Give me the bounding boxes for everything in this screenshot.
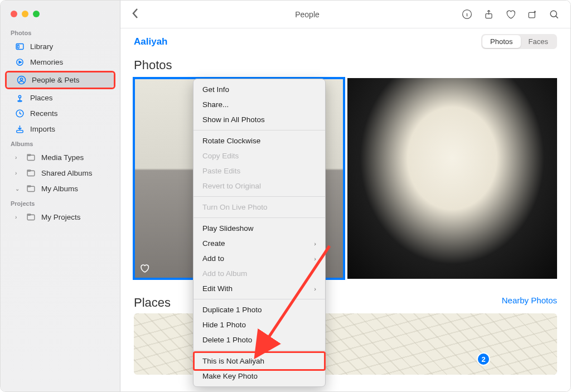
sidebar-item-label: My Projects bbox=[41, 213, 81, 221]
sidebar-item-imports[interactable]: Imports bbox=[5, 122, 115, 137]
svg-point-4 bbox=[20, 78, 22, 80]
chevron-right-icon: › bbox=[15, 214, 21, 220]
context-menu-item-label: Delete 1 Photo bbox=[202, 336, 252, 344]
back-button[interactable] bbox=[132, 8, 139, 21]
context-menu-separator bbox=[193, 217, 325, 218]
context-menu-item-label: Duplicate 1 Photo bbox=[202, 306, 262, 314]
context-menu-item[interactable]: Add to› bbox=[193, 251, 325, 266]
sidebar-item-people-pets[interactable]: People & Pets bbox=[7, 72, 114, 88]
context-menu-item[interactable]: Edit With› bbox=[193, 281, 325, 296]
context-menu-item-label: Rotate Clockwise bbox=[202, 137, 260, 145]
folder-icon bbox=[26, 168, 36, 178]
people-icon bbox=[17, 75, 26, 85]
tab-photos[interactable]: Photos bbox=[482, 35, 520, 48]
context-menu-item[interactable]: Get Info bbox=[193, 82, 325, 97]
chevron-right-icon: › bbox=[15, 154, 21, 161]
sidebar-item-label: Shared Albums bbox=[41, 169, 93, 177]
context-menu-separator bbox=[193, 130, 325, 130]
sidebar-item-recents[interactable]: Recents bbox=[5, 106, 115, 121]
content-area: Photos Places Nearby Photos 2 bbox=[120, 51, 570, 391]
favorite-icon[interactable] bbox=[505, 9, 516, 20]
minimize-window-button[interactable] bbox=[22, 11, 28, 17]
context-menu-item[interactable]: Hide 1 Photo bbox=[193, 317, 325, 332]
sidebar-item-label: My Albums bbox=[41, 185, 78, 193]
context-menu-item-label: Show in All Photos bbox=[202, 115, 265, 124]
close-window-button[interactable] bbox=[11, 11, 17, 17]
person-name-link[interactable]: Aaliyah bbox=[134, 36, 167, 47]
sidebar-section-albums-title: Albums bbox=[1, 137, 120, 149]
share-icon[interactable] bbox=[483, 9, 494, 20]
photos-section-heading: Photos bbox=[134, 54, 557, 78]
sidebar-item-media-types[interactable]: › Media Types bbox=[5, 150, 115, 165]
sidebar-item-label: Media Types bbox=[41, 153, 84, 162]
context-menu-separator bbox=[193, 196, 325, 197]
svg-point-21 bbox=[550, 11, 557, 17]
nearby-photos-link[interactable]: Nearby Photos bbox=[502, 296, 557, 310]
svg-point-6 bbox=[18, 95, 21, 98]
context-menu-item-label: This is Not Aaliyah bbox=[202, 357, 264, 365]
map-cluster-badge[interactable]: 2 bbox=[477, 352, 490, 366]
context-menu-item: Paste Edits bbox=[193, 163, 325, 178]
sidebar: Photos Library Memories People & Pets Pl… bbox=[1, 1, 120, 391]
sidebar-item-shared-albums[interactable]: › Shared Albums bbox=[5, 166, 115, 181]
window-controls bbox=[1, 5, 120, 26]
context-menu-item: Revert to Original bbox=[193, 178, 325, 193]
sidebar-item-label: Places bbox=[30, 94, 53, 102]
window-title: People bbox=[153, 10, 462, 19]
search-icon[interactable] bbox=[549, 9, 559, 20]
chevron-right-icon: › bbox=[15, 170, 21, 176]
sidebar-item-memories[interactable]: Memories bbox=[5, 55, 115, 70]
sidebar-item-label: Memories bbox=[30, 58, 63, 66]
places-section-heading: Places bbox=[134, 296, 171, 310]
fullscreen-window-button[interactable] bbox=[33, 11, 40, 17]
sidebar-item-my-albums[interactable]: ⌄ My Albums bbox=[5, 181, 115, 196]
sidebar-item-my-projects[interactable]: › My Projects bbox=[5, 210, 115, 225]
context-menu-item[interactable]: Rotate Clockwise bbox=[193, 133, 325, 148]
svg-rect-9 bbox=[17, 130, 23, 133]
library-icon bbox=[15, 42, 25, 51]
sidebar-item-places[interactable]: Places bbox=[5, 90, 115, 105]
context-menu-item-label: Turn On Live Photo bbox=[202, 203, 268, 211]
context-menu-item-label: Play Slideshow bbox=[202, 224, 254, 233]
context-menu-item: Add to Album bbox=[193, 266, 325, 281]
context-menu-item[interactable]: Delete 1 Photo bbox=[193, 332, 325, 347]
context-menu-item[interactable]: This is Not Aaliyah bbox=[193, 354, 325, 369]
context-menu-item-label: Get Info bbox=[202, 85, 229, 94]
context-menu-item[interactable]: Play Slideshow bbox=[193, 221, 325, 236]
subheader: Aaliyah Photos Faces bbox=[120, 28, 570, 51]
context-menu-item-label: Add to Album bbox=[202, 269, 247, 278]
sidebar-section-photos-title: Photos bbox=[1, 26, 120, 38]
sidebar-item-label: Library bbox=[30, 42, 53, 51]
context-menu-item[interactable]: Show in All Photos bbox=[193, 112, 325, 127]
tab-faces[interactable]: Faces bbox=[521, 35, 556, 48]
chevron-right-icon: › bbox=[314, 255, 316, 262]
context-menu-item[interactable]: Create› bbox=[193, 236, 325, 251]
svg-marker-3 bbox=[19, 61, 21, 63]
context-menu-item-label: Revert to Original bbox=[202, 182, 261, 190]
context-menu-item-label: Share... bbox=[202, 100, 229, 109]
context-menu-item-label: Make Key Photo bbox=[202, 372, 258, 380]
context-menu-item-label: Add to bbox=[202, 254, 224, 263]
context-menu-separator bbox=[193, 350, 325, 351]
annotation-highlight-sidebar: People & Pets bbox=[5, 71, 115, 89]
context-menu: Get InfoShare...Show in All PhotosRotate… bbox=[193, 79, 326, 387]
places-icon bbox=[15, 93, 25, 103]
chevron-right-icon: › bbox=[314, 285, 316, 292]
svg-point-7 bbox=[18, 100, 22, 101]
sidebar-item-library[interactable]: Library bbox=[5, 39, 115, 54]
sidebar-item-label: People & Pets bbox=[32, 76, 80, 84]
folder-icon bbox=[26, 153, 36, 162]
context-menu-item[interactable]: Share... bbox=[193, 97, 325, 112]
context-menu-item[interactable]: Make Key Photo bbox=[193, 369, 325, 384]
sidebar-section-projects-title: Projects bbox=[1, 197, 120, 209]
rotate-icon[interactable] bbox=[527, 9, 538, 20]
recents-icon bbox=[15, 109, 25, 118]
folder-icon bbox=[26, 184, 36, 193]
svg-rect-20 bbox=[529, 12, 535, 17]
imports-icon bbox=[15, 124, 25, 134]
info-icon[interactable] bbox=[462, 9, 472, 20]
context-menu-separator bbox=[193, 299, 325, 299]
context-menu-item[interactable]: Duplicate 1 Photo bbox=[193, 302, 325, 317]
view-segmented-control: Photos Faces bbox=[481, 34, 557, 49]
photo-thumbnail[interactable] bbox=[347, 78, 558, 279]
